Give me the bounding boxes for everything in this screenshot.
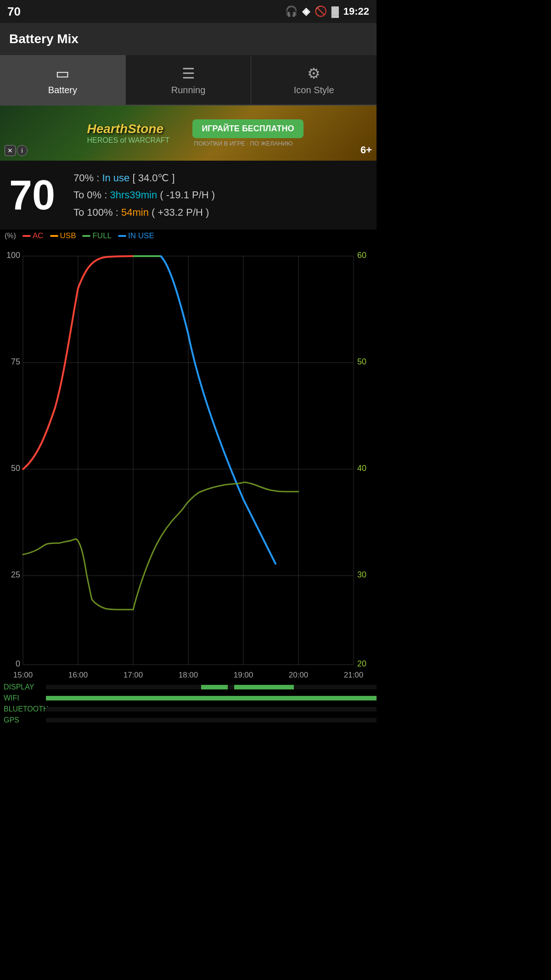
- legend-ac: AC: [22, 231, 44, 241]
- battery-chart: 100 75 50 25 0 60 50 40 30 20 15:00 16:0…: [0, 242, 377, 678]
- wifi-label: WIFI: [0, 694, 46, 702]
- activity-section: DISPLAY WIFI BLUETOOTH GPS: [0, 678, 377, 725]
- title-bar: Battery Mix: [0, 23, 377, 55]
- svg-text:50: 50: [357, 357, 366, 366]
- battery-percentage-large: 70: [9, 174, 64, 216]
- activity-display: DISPLAY: [0, 682, 377, 692]
- display-bar: [46, 685, 377, 689]
- tab-running[interactable]: ☰ Running: [126, 55, 252, 105]
- ad-info-button[interactable]: i: [17, 145, 28, 156]
- svg-text:18:00: 18:00: [179, 671, 198, 678]
- tab-battery[interactable]: ▭ Battery: [0, 55, 126, 105]
- wifi-icon: ◈: [302, 6, 310, 17]
- wifi-bar: [46, 696, 377, 700]
- svg-text:25: 25: [11, 570, 20, 579]
- wifi-segment-full: [46, 696, 377, 700]
- svg-text:60: 60: [357, 251, 366, 260]
- gps-bar: [46, 718, 377, 722]
- activity-bluetooth: BLUETOOTH: [0, 704, 377, 714]
- svg-text:0: 0: [16, 659, 20, 668]
- y-axis-label-left: (%): [5, 232, 16, 240]
- svg-text:15:00: 15:00: [13, 671, 33, 678]
- display-segment-2: [234, 685, 294, 689]
- settings-tab-icon: ⚙: [307, 65, 320, 82]
- display-label: DISPLAY: [0, 683, 46, 691]
- ad-play-button[interactable]: ИГРАЙТЕ БЕСПЛАТНО: [192, 119, 303, 138]
- battery-icon: ▓: [332, 6, 339, 17]
- legend-usb: USB: [50, 231, 76, 241]
- running-tab-label: Running: [171, 85, 206, 95]
- battery-line3: To 100% : 54min ( +33.2 P/H ): [73, 204, 215, 221]
- activity-gps: GPS: [0, 715, 377, 725]
- svg-text:50: 50: [11, 464, 20, 473]
- svg-text:17:00: 17:00: [124, 671, 143, 678]
- legend-inuse: IN USE: [118, 231, 154, 241]
- tab-bar: ▭ Battery ☰ Running ⚙ Icon Style: [0, 55, 377, 106]
- svg-text:100: 100: [6, 251, 20, 260]
- battery-info-section: 70 70% : In use [ 34.0℃ ] To 0% : 3hrs39…: [0, 161, 377, 230]
- no-sim-icon: 🚫: [315, 6, 327, 17]
- ad-age-label: 6+: [360, 144, 372, 156]
- gps-label: GPS: [0, 716, 46, 724]
- ad-banner[interactable]: HearthStone HEROES of WARCRAFT ИГРАЙТЕ Б…: [0, 106, 377, 161]
- battery-tab-label: Battery: [48, 85, 77, 95]
- icon-style-tab-label: Icon Style: [294, 85, 334, 95]
- activity-wifi: WIFI: [0, 693, 377, 703]
- tab-icon-style[interactable]: ⚙ Icon Style: [251, 55, 377, 105]
- chart-area: 100 75 50 25 0 60 50 40 30 20 15:00 16:0…: [0, 242, 377, 678]
- ad-close-button[interactable]: ✕: [5, 145, 16, 156]
- clock: 19:22: [343, 6, 369, 17]
- svg-text:19:00: 19:00: [234, 671, 253, 678]
- display-segment-1: [201, 685, 228, 689]
- bluetooth-label: BLUETOOTH: [0, 705, 46, 713]
- battery-line1: 70% : In use [ 34.0℃ ]: [73, 169, 215, 186]
- signal-strength: 70: [7, 5, 21, 19]
- running-tab-icon: ☰: [182, 65, 195, 82]
- battery-line2: To 0% : 3hrs39min ( -19.1 P/H ): [73, 186, 215, 203]
- ad-subtitle: HEROES of WARCRAFT: [87, 136, 170, 145]
- svg-text:16:00: 16:00: [68, 671, 88, 678]
- battery-details: 70% : In use [ 34.0℃ ] To 0% : 3hrs39min…: [73, 169, 215, 221]
- svg-text:20:00: 20:00: [289, 671, 309, 678]
- app-title: Battery Mix: [9, 32, 79, 46]
- ad-title: HearthStone: [87, 122, 163, 136]
- chart-legend: (%) AC USB FULL IN USE: [0, 230, 377, 242]
- svg-text:75: 75: [11, 357, 20, 366]
- headphone-icon: 🎧: [285, 6, 298, 17]
- svg-text:21:00: 21:00: [344, 671, 364, 678]
- status-bar: 70 🎧 ◈ 🚫 ▓ 19:22: [0, 0, 377, 23]
- svg-text:30: 30: [357, 570, 366, 579]
- svg-text:20: 20: [357, 659, 366, 668]
- ad-subtitle2: ПОКУПКИ В ИГРЕ · ПО ЖЕЛАНИЮ: [194, 140, 292, 147]
- battery-tab-icon: ▭: [56, 65, 69, 82]
- svg-text:40: 40: [357, 464, 366, 473]
- bluetooth-bar: [46, 707, 377, 711]
- legend-full: FULL: [82, 231, 112, 241]
